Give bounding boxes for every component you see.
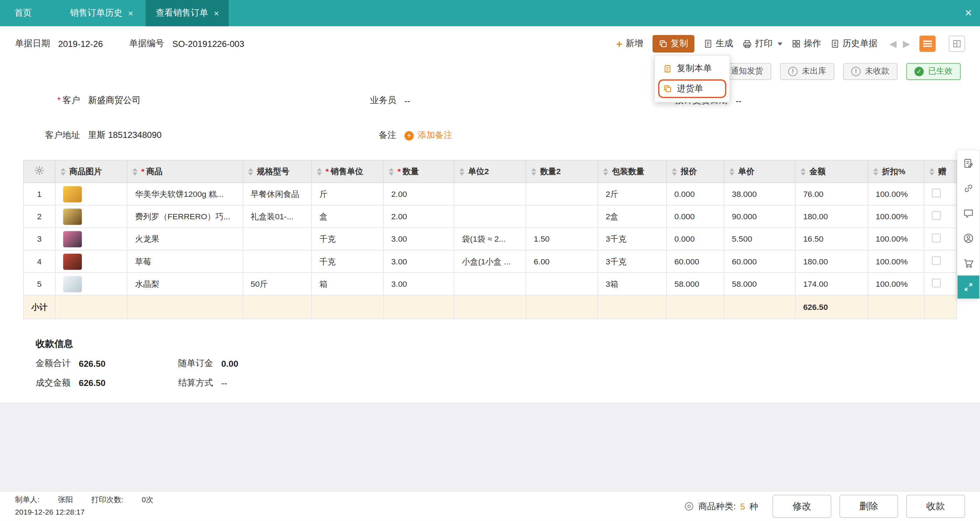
sort-icon[interactable] <box>729 168 734 175</box>
add-button[interactable]: + 新增 <box>616 38 643 49</box>
sort-icon[interactable] <box>801 168 806 175</box>
sort-icon[interactable] <box>672 168 677 175</box>
message-tool[interactable] <box>958 200 980 225</box>
customer-address-field: 客户地址 里斯 18512348090 <box>15 126 161 145</box>
product-image[interactable] <box>63 208 82 225</box>
status-badge-not-shipped: ! 未出库 <box>780 63 835 79</box>
col-product-image[interactable]: 商品图片 <box>56 160 127 183</box>
col-sales-unit[interactable]: *销售单位 <box>312 160 383 183</box>
col-amount[interactable]: 金额 <box>795 160 868 183</box>
tab-home[interactable]: 首页 <box>0 0 46 26</box>
add-remark-button[interactable]: + 添加备注 <box>404 130 452 141</box>
col-discount[interactable]: 折扣% <box>868 160 924 183</box>
customer-value[interactable]: 新盛商贸公司 <box>88 95 141 106</box>
remark-field: 备注 + 添加备注 <box>357 126 452 145</box>
total-amount-label: 金额合计 <box>35 358 70 369</box>
gift-checkbox[interactable] <box>932 211 941 220</box>
col-quantity2[interactable]: 数量2 <box>526 160 598 183</box>
table-row: 5水晶梨50斤箱3.003箱58.00058.000174.00100.00% <box>24 273 956 295</box>
col-product[interactable]: *商品 <box>127 160 243 183</box>
sort-icon[interactable] <box>60 168 65 175</box>
modify-button[interactable]: 修改 <box>773 495 831 518</box>
cell-amount: 16.50 <box>795 228 868 250</box>
operations-button[interactable]: 操作 <box>792 38 821 49</box>
gift-checkbox[interactable] <box>932 279 941 288</box>
col-package-qty[interactable]: 包装数量 <box>598 160 667 183</box>
form-pen-icon <box>963 158 974 168</box>
col-unit2[interactable]: 单位2 <box>454 160 526 183</box>
grid-view-toggle[interactable] <box>949 35 965 52</box>
cell-quote: 60.000 <box>667 250 724 273</box>
table-settings-button[interactable] <box>24 160 56 183</box>
row-number: 2 <box>24 205 56 227</box>
salesman-value[interactable]: -- <box>404 95 410 106</box>
customer-address-value[interactable]: 里斯 18512348090 <box>88 130 162 141</box>
settlement-label: 结算方式 <box>178 377 213 389</box>
sort-icon[interactable] <box>531 168 536 175</box>
col-spec[interactable]: 规格型号 <box>243 160 312 183</box>
delivery-date-value[interactable]: -- <box>736 95 741 106</box>
generate-label: 生成 <box>716 38 733 49</box>
col-quantity[interactable]: *数量 <box>383 160 454 183</box>
print-button[interactable]: 打印 <box>743 38 782 49</box>
expand-icon <box>964 282 973 291</box>
sort-icon[interactable] <box>873 168 878 175</box>
operations-label: 操作 <box>803 38 821 49</box>
sort-icon[interactable] <box>603 168 608 175</box>
product-image[interactable] <box>63 253 82 270</box>
sort-icon[interactable] <box>248 168 253 175</box>
history-documents-button[interactable]: 历史单据 <box>830 38 878 49</box>
delete-button[interactable]: 删除 <box>840 495 898 518</box>
cell-quote: 0.000 <box>667 205 724 227</box>
doc-date-value: 2019-12-26 <box>58 39 103 49</box>
receive-payment-button[interactable]: 收款 <box>907 495 965 518</box>
grid-icon <box>792 40 801 48</box>
tab-label: 查看销售订单 <box>156 8 208 19</box>
contact-tool[interactable] <box>958 226 980 251</box>
list-view-toggle[interactable] <box>920 35 936 52</box>
tab-sales-order-history[interactable]: 销售订单历史 × <box>60 0 143 26</box>
link-tool[interactable] <box>958 176 980 200</box>
tab-close-icon[interactable]: × <box>214 8 219 18</box>
menu-item-purchase-order[interactable]: 进货单 <box>658 79 727 98</box>
add-label: 新增 <box>625 38 643 49</box>
cell-unit: 千克 <box>312 250 383 273</box>
product-image[interactable] <box>63 186 82 202</box>
cell-unit2 <box>454 183 526 205</box>
menu-item-copy-this-order[interactable]: 复制本单 <box>655 59 729 79</box>
menu-item-label: 复制本单 <box>677 63 712 75</box>
col-unit-price[interactable]: 单价 <box>724 160 795 183</box>
cell-product: 草莓 <box>127 250 243 273</box>
main-content: 单据日期 2019-12-26 单据编号 SO-20191226-003 + 新… <box>0 26 980 402</box>
prev-record-icon[interactable]: ◀ <box>889 38 896 49</box>
sort-icon[interactable] <box>460 168 465 175</box>
order-form-tool[interactable] <box>958 151 980 176</box>
sort-icon[interactable] <box>317 168 322 175</box>
cart-tool[interactable] <box>958 251 980 275</box>
cell-qty2: 1.50 <box>526 228 598 250</box>
cell-price: 38.000 <box>724 183 795 205</box>
cell-price: 60.000 <box>724 250 795 273</box>
sort-icon[interactable] <box>133 168 138 175</box>
gift-checkbox[interactable] <box>932 233 941 242</box>
product-image[interactable] <box>63 276 82 292</box>
product-image[interactable] <box>63 231 82 247</box>
next-record-icon[interactable]: ▶ <box>903 38 910 49</box>
generate-button[interactable]: 生成 <box>704 38 733 49</box>
copy-button[interactable]: 复制 <box>652 35 694 52</box>
sort-icon[interactable] <box>929 168 934 175</box>
cell-qty2 <box>526 273 598 295</box>
cell-unit: 千克 <box>312 228 383 250</box>
col-gift[interactable]: 赠 <box>924 160 956 183</box>
tab-close-icon[interactable]: × <box>128 8 133 18</box>
settlement-value: -- <box>221 378 227 388</box>
sort-icon[interactable] <box>389 168 394 175</box>
cell-pack_qty: 3箱 <box>598 273 667 295</box>
gift-checkbox[interactable] <box>932 189 941 198</box>
col-quote[interactable]: 报价 <box>667 160 724 183</box>
gift-checkbox[interactable] <box>932 256 941 265</box>
window-close-icon[interactable]: × <box>965 0 972 26</box>
expand-panel-button[interactable] <box>958 275 980 299</box>
tab-view-sales-order[interactable]: 查看销售订单 × <box>146 0 229 26</box>
salesman-field: 业务员 -- <box>357 91 410 110</box>
